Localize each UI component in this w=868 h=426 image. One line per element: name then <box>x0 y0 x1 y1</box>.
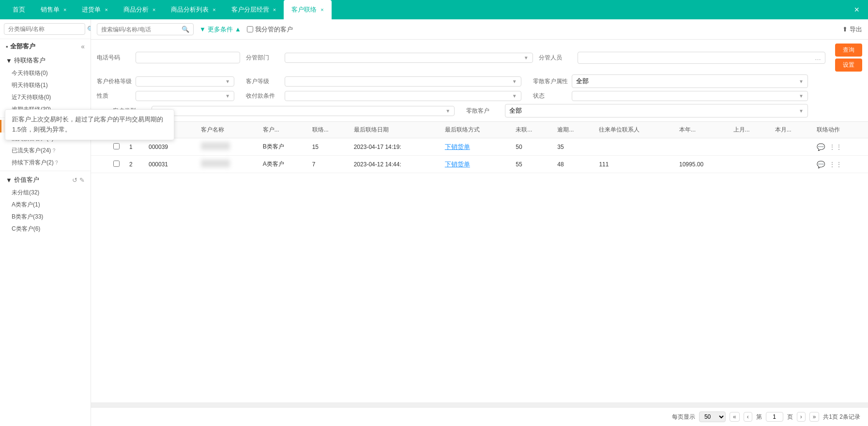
contact-icon[interactable]: 💬 <box>817 143 825 151</box>
row-not-contact: 55 <box>511 156 552 173</box>
data-table-area: ⚙ 客户编码 客户名称 客户... 联络... 最后联络日期 最后联络方式 未联… <box>91 122 868 402</box>
search-input[interactable] <box>101 26 182 33</box>
my-customers-checkbox[interactable]: 我分管的客户 <box>247 25 293 34</box>
my-customers-check[interactable] <box>247 26 253 32</box>
price-level-select[interactable]: ▼ <box>136 76 234 87</box>
level-select[interactable]: ▼ <box>285 76 521 87</box>
row-this-year: 10995.00 <box>674 156 729 173</box>
nav-home[interactable]: 首页 <box>5 0 33 19</box>
last-page-btn[interactable]: » <box>809 412 820 422</box>
sidebar: 🔍 ▪ 全部客户 « ▼ 待联络客户 今天待联络(0) 明天待联络(1) 近7天… <box>0 19 91 426</box>
nav-customer-contact[interactable]: 客户联络 × <box>284 0 331 19</box>
sidebar-item-class-a[interactable]: A类客户(1) <box>0 199 91 211</box>
nav-close-customer-contact[interactable]: × <box>320 7 323 13</box>
sidebar-search-bar: 🔍 <box>0 19 91 39</box>
status-select[interactable]: ▼ <box>572 91 808 101</box>
row-checkbox[interactable] <box>108 138 124 156</box>
horizontal-scrollbar[interactable] <box>91 402 868 407</box>
content-area: 🔍 ▼ 更多条件 ▲ 我分管的客户 ⬆ 导出 电话号码 <box>91 19 868 426</box>
sidebar-item-churned[interactable]: 已流失客户(24) ? <box>0 145 91 157</box>
sidebar-search-icon[interactable]: 🔍 <box>87 26 91 33</box>
row-last-method[interactable]: 下销货单 <box>440 138 511 156</box>
gender-select[interactable]: ▼ <box>136 91 234 101</box>
col-last-month: 上月... <box>729 122 770 138</box>
dept-select[interactable]: ▼ <box>285 53 533 63</box>
sidebar-item-unclassified[interactable]: 未分组(32) <box>0 187 91 199</box>
prev-page-btn[interactable]: ‹ <box>744 412 752 422</box>
sidebar-item-tomorrow[interactable]: 明天待联络(1) <box>0 79 91 91</box>
nav-close-sales[interactable]: × <box>63 7 66 13</box>
retail-attr-select[interactable]: 全部 ▼ <box>572 74 808 88</box>
help-icon-4[interactable]: ? <box>55 160 58 165</box>
nav-close-customer-tier[interactable]: × <box>273 7 276 13</box>
payment-select[interactable]: ▼ <box>285 91 521 101</box>
nav-close-analysis[interactable]: × <box>152 7 155 13</box>
window-close-button[interactable]: × <box>850 5 863 15</box>
phone-input[interactable] <box>136 52 240 63</box>
query-button[interactable]: 查询 <box>835 44 862 57</box>
filter-row-1: 电话号码 分管部门 ▼ 分管人员 … <box>97 44 862 72</box>
help-icon-3[interactable]: ? <box>53 148 56 153</box>
sidebar-item-class-c[interactable]: C类客户(6) <box>0 223 91 235</box>
refresh-icon[interactable]: ↺ <box>72 176 77 184</box>
row-num: 1 <box>124 138 144 156</box>
more-action-icon[interactable]: ⋮⋮ <box>829 143 842 151</box>
page-input[interactable] <box>766 412 783 422</box>
collapse-sidebar-icon[interactable]: « <box>81 43 85 50</box>
row-this-month <box>770 156 812 173</box>
nav-customer-tier[interactable]: 客户分层经营 × <box>224 0 284 19</box>
row-name <box>196 138 258 156</box>
nav-close-purchase[interactable]: × <box>105 7 107 13</box>
contact-icon[interactable]: 💬 <box>817 161 825 168</box>
row-last-method[interactable]: 下销货单 <box>440 156 511 173</box>
row-check-0[interactable] <box>113 143 120 149</box>
sidebar-group-value[interactable]: ▼ 价值客户 ↺ ✎ <box>0 173 91 187</box>
more-icon[interactable]: … <box>815 54 821 61</box>
row-contact: 15 <box>307 138 349 156</box>
nav-close-analysis-list[interactable]: × <box>213 7 215 13</box>
row-checkbox[interactable] <box>108 156 124 173</box>
more-conditions-btn[interactable]: ▼ 更多条件 ▲ <box>199 25 241 34</box>
chevron-down-icon-3: ▼ <box>512 79 517 84</box>
nav-purchase[interactable]: 进货单 × <box>74 0 115 19</box>
manager-select[interactable]: … <box>578 52 825 64</box>
sidebar-item-7days[interactable]: 近7天待联络(0) <box>0 91 91 103</box>
sidebar-search-input[interactable] <box>4 23 85 35</box>
sidebar-all-customers[interactable]: ▪ 全部客户 « <box>0 39 91 54</box>
sidebar-item-today[interactable]: 今天待联络(0) <box>0 67 91 79</box>
top-navigation: 首页 销售单 × 进货单 × 商品分析 × 商品分析列表 × 客户分层经营 × … <box>0 0 868 19</box>
tooltip-box: 距客户上次交易时长，超过了此客户的平均交易周期的1.5倍，则视为异常。 <box>91 109 174 140</box>
sidebar-item-class-b[interactable]: B类客户(33) <box>0 211 91 223</box>
export-button[interactable]: ⬆ 导出 <box>842 25 862 34</box>
sidebar-group-pending[interactable]: ▼ 待联络客户 <box>0 54 91 67</box>
nav-sales[interactable]: 销售单 × <box>33 0 74 19</box>
nav-analysis-list[interactable]: 商品分析列表 × <box>163 0 223 19</box>
col-contact-count: 联络... <box>307 122 349 138</box>
row-action: 💬 ⋮⋮ <box>812 156 868 173</box>
filter-price-level: 客户价格等级 ▼ <box>97 76 234 87</box>
filter-dept: 分管部门 ▼ <box>246 53 533 63</box>
customer-type-select[interactable]: ▼ <box>152 106 455 116</box>
chevron-down-icon-5: ▼ <box>225 93 230 99</box>
next-page-btn[interactable]: › <box>797 412 806 422</box>
chevron-down-icon-8: ▼ <box>445 108 450 114</box>
row-not-contact: 50 <box>511 138 552 156</box>
edit-icon[interactable]: ✎ <box>79 176 85 184</box>
filter-level: 客户等级 ▼ <box>246 76 521 87</box>
sidebar-item-declining[interactable]: 持续下滑客户(2) ? <box>0 157 91 169</box>
retail-customer-select[interactable]: 全部 ▼ <box>505 104 808 118</box>
more-action-icon[interactable]: ⋮⋮ <box>829 161 842 168</box>
pagination-bar: 每页显示 50 100 200 « ‹ 第 页 › » 共1页 2条记录 <box>91 407 868 426</box>
search-icon[interactable]: 🔍 <box>182 26 189 33</box>
table-row: 2 000031 A类客户 7 2023-04-12 14:44: 下销货单 5… <box>91 156 868 173</box>
first-page-btn[interactable]: « <box>730 412 740 422</box>
nav-analysis[interactable]: 商品分析 × <box>116 0 163 19</box>
row-check-1[interactable] <box>113 161 120 167</box>
col-overdue: 逾期... <box>552 122 594 138</box>
settings-button[interactable]: 设置 <box>835 59 862 72</box>
chevron-down-icon: ▼ <box>524 55 529 60</box>
row-type: A类客户 <box>258 156 307 173</box>
per-page-select[interactable]: 50 100 200 <box>699 411 726 422</box>
col-customer-name: 客户名称 <box>196 122 258 138</box>
chevron-down-icon-7: ▼ <box>799 93 804 99</box>
